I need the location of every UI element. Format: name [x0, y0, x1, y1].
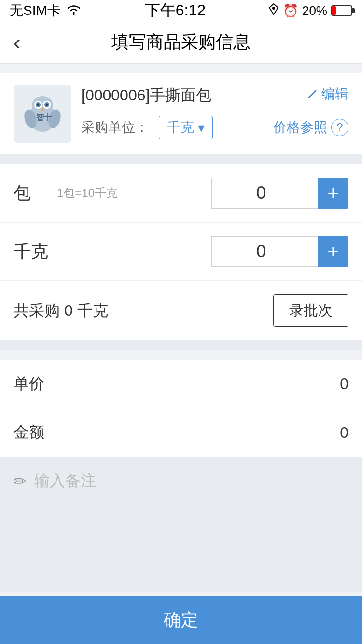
svg-point-0: [272, 7, 275, 10]
unit-label-kg: 千克: [14, 240, 52, 264]
quantity-input-kg[interactable]: [211, 236, 318, 267]
unit-price-label: 单价: [14, 373, 44, 394]
price-ref-help-icon: ?: [331, 119, 348, 136]
unit-conversion-bao: 1包=10千克: [57, 185, 118, 201]
battery-percent: 20%: [302, 3, 327, 18]
purchase-unit-label: 采购单位：: [81, 120, 149, 135]
edit-icon: [306, 88, 319, 100]
section-divider-1: [0, 154, 362, 164]
status-bar: 无SIM卡 下午6:12 ⏰ 20%: [0, 0, 362, 21]
quantity-plus-bao[interactable]: +: [318, 178, 348, 209]
unit-price-row: 单价 0: [0, 360, 362, 408]
location-icon: [268, 3, 279, 19]
price-reference-button[interactable]: 价格参照 ?: [273, 118, 348, 137]
unit-value: 千克: [167, 118, 194, 137]
edit-button[interactable]: 编辑: [306, 85, 348, 103]
status-bar-time: 下午6:12: [145, 0, 206, 21]
dropdown-arrow-icon: ▾: [198, 120, 205, 136]
product-info: [0000006]手撕面包 编辑 采购单位： 千克 ▾ 价格参照 ?: [81, 85, 348, 139]
battery-icon: [331, 5, 352, 16]
notes-placeholder: 输入备注: [34, 470, 96, 491]
total-row: 共采购 0 千克 录批次: [0, 281, 362, 340]
status-bar-right: ⏰ 20%: [268, 3, 352, 19]
price-section: 单价 0 金额 0: [0, 360, 362, 457]
svg-point-8: [46, 104, 48, 106]
notes-icon: ✏: [14, 472, 27, 490]
status-bar-left: 无SIM卡: [10, 1, 82, 20]
batch-button[interactable]: 录批次: [273, 294, 348, 327]
notes-section[interactable]: ✏ 输入备注: [0, 457, 362, 592]
sim-status: 无SIM卡: [10, 1, 61, 20]
product-logo: 智十: [21, 92, 64, 136]
purchase-unit-row: 采购单位： 千克 ▾ 价格参照 ?: [81, 116, 348, 139]
quantity-row-bao: 包 1包=10千克 +: [0, 164, 362, 223]
product-card: 智十 [0000006]手撕面包 编辑 采购单位： 千克 ▾: [0, 73, 362, 154]
unit-label-bao: 包: [14, 182, 52, 205]
unit-dropdown[interactable]: 千克 ▾: [159, 116, 213, 139]
svg-point-7: [37, 104, 39, 106]
product-image: 智十: [14, 85, 71, 143]
page-title: 填写商品采购信息: [111, 30, 251, 54]
total-text: 共采购 0 千克: [14, 300, 108, 322]
quantity-input-bao[interactable]: [211, 178, 318, 209]
section-divider-2: [0, 340, 362, 350]
product-name-row: [0000006]手撕面包 编辑: [81, 85, 348, 106]
unit-price-value: 0: [340, 375, 348, 393]
quantity-plus-kg[interactable]: +: [318, 236, 348, 267]
quantity-row-kg: 千克 +: [0, 223, 362, 281]
wifi-icon: [66, 3, 82, 19]
product-name: [0000006]手撕面包: [81, 85, 211, 106]
quantity-input-wrapper-kg: +: [52, 236, 348, 267]
price-ref-label: 价格参照: [273, 118, 327, 137]
nav-bar: ‹ 填写商品采购信息: [0, 21, 362, 64]
svg-text:智十: 智十: [36, 113, 52, 122]
battery-fill: [332, 6, 336, 15]
alarm-icon: ⏰: [283, 3, 298, 18]
back-button[interactable]: ‹: [14, 32, 21, 53]
amount-label: 金额: [14, 422, 44, 443]
quantity-section: 包 1包=10千克 + 千克 +: [0, 164, 362, 281]
amount-value: 0: [340, 424, 348, 442]
quantity-input-wrapper-bao: +: [118, 178, 348, 209]
amount-row: 金额 0: [0, 408, 362, 457]
unit-selector: 采购单位： 千克 ▾: [81, 116, 213, 139]
confirm-button[interactable]: 确定: [0, 596, 362, 644]
